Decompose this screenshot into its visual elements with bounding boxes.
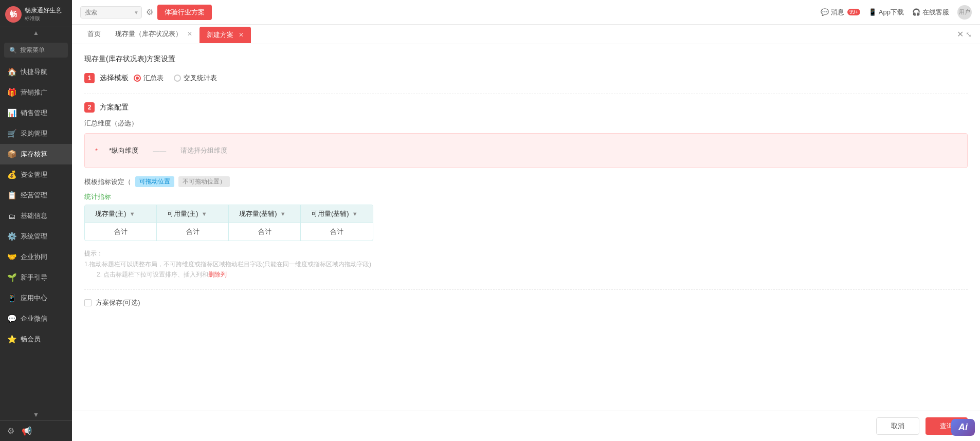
user-avatar[interactable]: 用户	[957, 5, 972, 20]
vertical-dim-label: *纵向维度	[109, 146, 138, 155]
gear-icon[interactable]: ⚙	[146, 7, 153, 17]
dim-dash: ——	[153, 147, 166, 155]
scroll-down-icon[interactable]: ▼	[0, 409, 72, 420]
tab-new-plan-close-icon[interactable]: ✕	[239, 31, 244, 39]
stats-col-2-name: 可用量(主)	[167, 209, 198, 218]
sidebar-item-label: 资金管理	[21, 170, 47, 179]
app-label: App下载	[879, 8, 904, 17]
stats-col-3-name: 现存量(基辅)	[239, 209, 277, 218]
sidebar-item-apps[interactable]: 📱 应用中心	[0, 288, 72, 308]
sidebar-item-management[interactable]: 📋 经营管理	[0, 185, 72, 206]
management-icon: 📋	[7, 191, 16, 200]
message-button[interactable]: 💬 消息 99+	[821, 8, 860, 17]
help-icon[interactable]: 📢	[22, 426, 32, 436]
app-download-button[interactable]: 📱 App下载	[868, 8, 904, 17]
purchase-icon: 🛒	[7, 129, 16, 138]
sidebar-item-label: 营销推广	[21, 88, 47, 97]
stats-col-3-body: 合计	[229, 223, 301, 241]
app-name: 畅康通好生意	[25, 7, 62, 15]
stats-col-3-header[interactable]: 现存量(基辅) ▼	[229, 205, 301, 223]
divider-1	[84, 94, 968, 94]
radio-summary[interactable]: 汇总表	[134, 74, 164, 83]
trial-industry-button[interactable]: 体验行业方案	[157, 5, 212, 20]
content-area: 现存量(库存状况表)方案设置 1 选择模板 汇总表 交叉统计表	[72, 44, 980, 411]
no-drag-badge: 不可拖动位置）	[178, 176, 230, 187]
sidebar-item-label: 销售管理	[21, 108, 47, 118]
marketing-icon: 🎁	[7, 88, 16, 97]
dim-placeholder[interactable]: 请选择分组维度	[180, 146, 227, 155]
sidebar-item-shortcut[interactable]: 🏠 快捷导航	[0, 62, 72, 82]
sidebar-item-label: 企业微信	[21, 314, 47, 323]
panel: 现存量(库存状况表)方案设置 1 选择模板 汇总表 交叉统计表	[72, 44, 980, 411]
col-2-chevron-icon: ▼	[202, 211, 207, 217]
stats-col-2-header[interactable]: 可用量(主) ▼	[157, 205, 229, 223]
sidebar-bottom: ⚙ 📢	[0, 420, 72, 441]
logo-icon: 畅	[5, 6, 22, 23]
sidebar-item-sales[interactable]: 📊 销售管理	[0, 103, 72, 123]
radio-summary-label: 汇总表	[143, 74, 164, 83]
sidebar-item-label: 应用中心	[21, 293, 47, 303]
dimension-required-label: 汇总维度（必选）	[84, 119, 968, 128]
search-icon: 🔍	[9, 47, 17, 54]
step1-num: 1	[84, 73, 95, 83]
step2-title: 方案配置	[100, 103, 129, 112]
stats-col-1-name: 现存量(主)	[95, 209, 126, 218]
indicator-label-text: 模板指标设定（	[84, 177, 131, 187]
sidebar-item-purchase[interactable]: 🛒 采购管理	[0, 123, 72, 144]
topbar-left: ▼ ⚙ 体验行业方案	[80, 5, 814, 20]
sidebar-item-enterprise[interactable]: 🤝 企业协同	[0, 247, 72, 267]
enterprise-icon: 🤝	[7, 252, 16, 262]
footer: 取消 查询	[72, 411, 980, 441]
search-label: 搜索菜单	[20, 46, 45, 54]
sidebar-item-system[interactable]: ⚙️ 系统管理	[0, 226, 72, 247]
radio-crosstab-label: 交叉统计表	[184, 74, 217, 83]
online-service-button[interactable]: 🎧 在线客服	[912, 8, 949, 17]
tab-inventory-status[interactable]: 现存量（库存状况表） ✕	[108, 25, 199, 44]
ai-badge[interactable]: Ai	[951, 419, 975, 436]
tab-home[interactable]: 首页	[80, 25, 108, 44]
tip-item-2: 2. 点击标题栏下拉可设置排序、插入列和删除列	[84, 270, 968, 279]
sidebar-item-inventory[interactable]: 📦 库存核算	[0, 144, 72, 164]
sidebar-item-wechat[interactable]: 💬 企业微信	[0, 308, 72, 329]
apps-icon: 📱	[7, 293, 16, 303]
shortcut-icon: 🏠	[7, 67, 16, 77]
tab-expand-icon[interactable]: ⤡	[966, 30, 972, 39]
drag-badge: 可拖动位置	[135, 176, 174, 187]
col-4-chevron-icon: ▼	[352, 211, 358, 217]
sidebar-item-marketing[interactable]: 🎁 营销推广	[0, 82, 72, 103]
step2-num: 2	[84, 102, 95, 113]
message-label: 消息	[831, 8, 844, 17]
tab-close-icon[interactable]: ✕	[957, 29, 964, 39]
sidebar-logo: 畅 畅康通好生意 标准版	[0, 0, 72, 27]
tip-item-1: 1.拖动标题栏可以调整布局，不可跨维度或指标区域拖动栏目字段(只能在同一维度或指…	[84, 260, 968, 269]
settings-icon[interactable]: ⚙	[7, 426, 14, 436]
divider-2	[84, 289, 968, 290]
radio-crosstab[interactable]: 交叉统计表	[174, 74, 217, 83]
sidebar-item-label: 经营管理	[21, 191, 47, 200]
tab-inventory-label: 现存量（库存状况表）	[115, 29, 182, 39]
sidebar-item-newguide[interactable]: 🌱 新手引导	[0, 267, 72, 288]
tab-inventory-close-icon[interactable]: ✕	[187, 30, 192, 38]
tip-delete-link[interactable]: 删除列	[208, 271, 227, 278]
save-checkbox[interactable]	[84, 299, 92, 306]
stats-col-4-header[interactable]: 可用量(基辅) ▼	[301, 205, 373, 223]
search-input[interactable]	[80, 6, 142, 19]
sidebar-item-basic[interactable]: 🗂 基础信息	[0, 206, 72, 226]
stats-col-1-header[interactable]: 现存量(主) ▼	[85, 205, 157, 223]
tab-new-plan[interactable]: 新建方案 ✕	[199, 27, 251, 43]
sidebar-item-finance[interactable]: 💰 资金管理	[0, 164, 72, 185]
scroll-up-icon[interactable]: ▲	[0, 27, 72, 39]
cancel-button[interactable]: 取消	[876, 417, 919, 435]
sidebar-search[interactable]: 🔍 搜索菜单	[4, 43, 68, 58]
tab-home-label: 首页	[87, 29, 101, 39]
stats-body-row: 合计 合计 合计 合计	[85, 223, 373, 241]
stats-col-4-name: 可用量(基辅)	[311, 209, 349, 218]
save-option: 方案保存(可选)	[84, 298, 968, 307]
tab-new-plan-label: 新建方案	[207, 30, 233, 40]
dimension-area: * *纵向维度 —— 请选择分组维度	[84, 133, 968, 168]
system-icon: ⚙️	[7, 232, 16, 241]
sidebar-item-member[interactable]: ⭐ 畅会员	[0, 329, 72, 350]
radio-crosstab-circle	[174, 75, 181, 82]
sidebar-item-label: 畅会员	[21, 335, 41, 344]
step1-section: 1 选择模板 汇总表 交叉统计表	[84, 73, 968, 83]
